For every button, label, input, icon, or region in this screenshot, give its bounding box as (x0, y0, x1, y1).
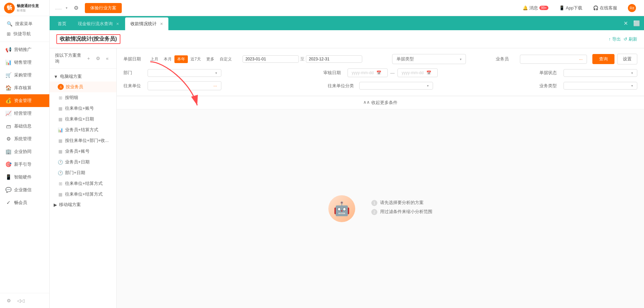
settings-bottom-btn[interactable]: ⚙ (4, 296, 13, 305)
headset-icon: 🎧 (593, 5, 598, 10)
sidebar-item-inventory[interactable]: 🏠 库存核算 (0, 82, 49, 94)
tabbar: 首页 现金银行流水查询 ✕ 收款情况统计 ✕ ✕ ⬜ (50, 16, 644, 30)
date-tab-custom[interactable]: 自定义 (217, 55, 234, 63)
tree-item-by-detail[interactable]: ⊞ 按明细 (50, 92, 116, 103)
tree-item-salesman-date[interactable]: 🕐 业务员+日期 (50, 157, 116, 167)
date-to-input[interactable] (306, 55, 362, 63)
left-panel-title: 按以下方案查询 (55, 52, 85, 64)
tree-group-mobile-header[interactable]: ▶ 移动端方案 (50, 200, 116, 210)
quick-nav-item[interactable]: ⊞ 快捷导航 (4, 29, 45, 39)
partner-select[interactable]: ··· (148, 81, 221, 90)
marketing-label: 营销推广 (14, 47, 32, 53)
tree-item-partner-account[interactable]: ▦ 往来单位+账号 (50, 103, 116, 114)
calendar-from-icon[interactable]: 📅 (376, 70, 381, 75)
tree-item-by-detail-label: 按明细 (65, 95, 78, 101)
breadcrumb-dropdown[interactable]: ▾ (66, 6, 67, 10)
tree-group-label: 电脑端方案 (60, 73, 82, 80)
tree-item-salesman-payment[interactable]: 📊 业务员+结算方式 (50, 124, 116, 135)
breadcrumb-text: ...... (55, 6, 62, 10)
doc-status-select[interactable]: ▾ (564, 69, 637, 77)
collapse-sidebar-btn[interactable]: ◁◁ (16, 296, 25, 305)
tree-item-by-salesman[interactable]: 人 按业务员 (50, 82, 116, 92)
scheme-settings-btn[interactable]: ⚙ (94, 55, 102, 62)
collapse-panel-btn[interactable]: « (104, 55, 111, 62)
refresh-btn[interactable]: ↺ 刷新 (624, 36, 637, 42)
tab-maximize-btn[interactable]: ⬜ (632, 19, 641, 28)
tree-item-partner-payment2[interactable]: ▦ 往来单位+结算方式 (50, 189, 116, 200)
settings-gear-btn[interactable]: ⚙ (71, 3, 81, 13)
sidebar-item-sales[interactable]: 📊 销售管理 (0, 56, 49, 69)
date-tab-this-month[interactable]: 本月 (161, 55, 174, 63)
sidebar-item-guide[interactable]: 🎯 新手引导 (0, 158, 49, 171)
salesman-date-icon: 🕐 (58, 159, 63, 165)
filter-settings-button[interactable]: 设置 (617, 54, 637, 64)
online-service-btn[interactable]: 🎧 在线客服 (590, 4, 620, 12)
tab-home[interactable]: 首页 (52, 17, 72, 30)
add-scheme-btn[interactable]: + (85, 55, 92, 62)
tree-item-partner-payment2-label: 往来单位+结算方式 (65, 191, 103, 197)
detail-icon: ⊞ (58, 95, 63, 100)
tree-item-salesman-account[interactable]: ▦ 业务员+账号 (50, 146, 116, 157)
salesman-more-btn[interactable]: ··· (579, 57, 583, 62)
date-tab-more[interactable]: 更多 (204, 55, 217, 63)
date-tab-last-7[interactable]: 近7天 (188, 55, 204, 63)
tree-item-partner-payment1[interactable]: ⊞ 往来单位+结算方式 (50, 178, 116, 189)
app-download-btn[interactable]: 📱 App下载 (556, 4, 585, 12)
sidebar-item-operations[interactable]: 📈 经营管理 (0, 107, 49, 120)
review-date-to[interactable]: yyyy-mm-dd 📅 (397, 68, 438, 77)
date-tab-last-month[interactable]: 上月 (148, 55, 161, 63)
export-btn[interactable]: ↑ 导出 (609, 36, 621, 42)
review-date-from[interactable]: yyyy-mm-dd 📅 (347, 68, 388, 77)
tree-item-salesman-account-label: 业务员+账号 (65, 148, 90, 154)
tree-item-dept-date[interactable]: 🕐 部门+日期 (50, 167, 116, 178)
operations-label: 经营管理 (14, 110, 32, 116)
sidebar-item-purchase[interactable]: 🛒 采购管理 (0, 69, 49, 82)
refresh-label: 刷新 (629, 36, 637, 42)
tree-item-partner-date[interactable]: ▦ 往来单位+日期 (50, 114, 116, 124)
dept-arrow: ▾ (215, 71, 217, 75)
content-area: 按以下方案查询 + ⚙ « ▼ 电脑端方案 (50, 48, 644, 308)
tree-group-desktop: ▼ 电脑端方案 人 按业务员 ⊞ 按明细 ▦ 往 (50, 71, 116, 200)
tree-item-partner-dept[interactable]: ▦ 按往来单位+部门+收... (50, 135, 116, 146)
trial-button[interactable]: 体验行业方案 (85, 3, 122, 13)
sidebar-item-basic[interactable]: 🗃 基础信息 (0, 120, 49, 133)
doc-type-select[interactable]: 单据类型 ▾ (392, 54, 466, 64)
query-button[interactable]: 查询 (592, 54, 614, 64)
biz-type-select[interactable]: ▾ (564, 82, 637, 90)
collapse-bar[interactable]: ∧∧ 收起更多条件 (117, 96, 644, 109)
tab-window-close-btn[interactable]: ✕ (622, 19, 629, 28)
date-tab-this-year[interactable]: 本年 (174, 55, 188, 63)
search-menu-item[interactable]: 🔍 搜索菜单 (4, 19, 45, 29)
tab-bank[interactable]: 现金银行流水查询 ✕ (72, 17, 124, 30)
sidebar-item-hardware[interactable]: 📱 智能硬件 (0, 171, 49, 184)
partner-more-btn[interactable]: ··· (213, 83, 217, 88)
sidebar-item-system[interactable]: ⚙ 系统管理 (0, 133, 49, 145)
calendar-to-icon[interactable]: 📅 (426, 70, 431, 75)
salesman-select[interactable]: ··· (520, 55, 587, 64)
date-from-input[interactable] (243, 55, 299, 63)
sidebar-item-marketing[interactable]: 📢 营销推广 (0, 43, 49, 56)
partner-category-select[interactable]: ▾ (359, 82, 433, 90)
sidebar-item-enterprise[interactable]: 🏢 企业协同 (0, 145, 49, 158)
tab-bank-close[interactable]: ✕ (116, 22, 119, 26)
doc-type-arrow: ▾ (460, 57, 462, 61)
sidebar-item-wechat[interactable]: 💬 企业微信 (0, 184, 49, 196)
doc-type-select-label: 单据类型 (396, 56, 414, 62)
dept-date-icon: 🕐 (58, 170, 63, 175)
basic-icon: 🗃 (5, 123, 11, 129)
sidebar-item-funds[interactable]: 💰 资金管理 (0, 94, 49, 107)
notification-btn[interactable]: 🔔 消息 99+ (520, 4, 551, 12)
tree-group-desktop-header[interactable]: ▼ 电脑端方案 (50, 71, 116, 82)
tree-item-partner-account-label: 往来单位+账号 (65, 105, 94, 111)
sidebar-item-member[interactable]: ✓ 畅会员 (0, 196, 49, 209)
tab-collection[interactable]: 收款情况统计 ✕ (125, 17, 168, 30)
tree-item-by-salesman-label: 按业务员 (66, 84, 83, 90)
review-date-group: yyyy-mm-dd 📅 — yyyy-mm-dd 📅 (347, 68, 438, 77)
dept-select[interactable]: ▾ (148, 69, 221, 77)
date-tabs: 上月 本月 本年 近7天 更多 自定义 (148, 55, 234, 63)
tab-collection-close[interactable]: ✕ (160, 22, 163, 26)
empty-hint-1: 1 请先选择要分析的方案 (371, 200, 432, 206)
date-range: 至 (243, 55, 362, 63)
biz-type-label: 业务类型 (539, 83, 558, 89)
user-avatar-btn[interactable]: Rit (625, 3, 639, 13)
